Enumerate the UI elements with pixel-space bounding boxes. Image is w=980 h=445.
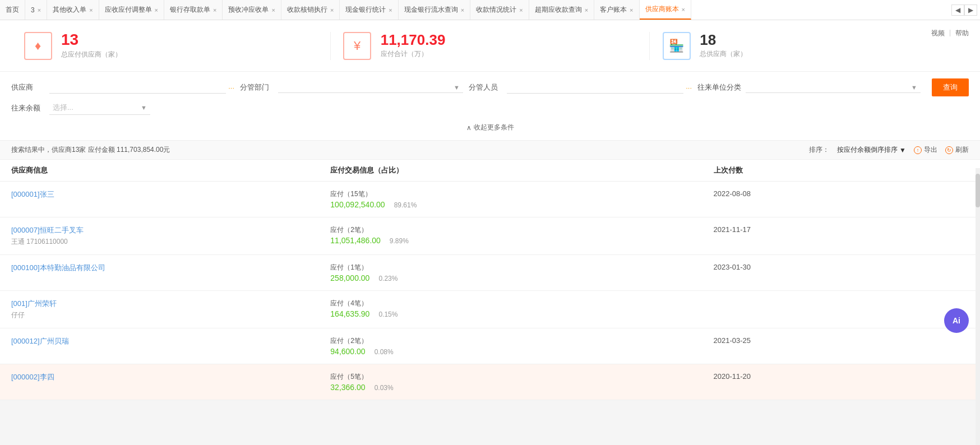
supplier-link-2[interactable]: [000007]恒旺二手叉车 — [11, 226, 84, 234]
nav-tab-ap-adjust[interactable]: 应收应付调整单 × — [99, 0, 164, 20]
filter-person: 分管人员 ··· — [469, 81, 692, 94]
table-row[interactable]: [001]广州荣轩 仔仔 应付（4笔） 164,635.90 0.15% — [0, 291, 980, 328]
nav-tab-home[interactable]: 首页 — [0, 0, 25, 20]
supplier-link-1[interactable]: [000001]张三 — [11, 190, 54, 198]
supplier-link-3[interactable]: [000100]本特勤油品有限公司 — [11, 263, 105, 272]
total-suppliers-label: 总供应商（家） — [700, 49, 747, 59]
nav-tab-advance-collect-close[interactable]: × — [271, 7, 275, 13]
help-link[interactable]: 帮助 — [955, 29, 969, 38]
nav-tab-bank-deposit-label: 银行存取款单 — [170, 5, 210, 15]
nav-tab-customer-account-close[interactable]: × — [630, 7, 633, 13]
sort-value: 按应付余额倒序排序 — [837, 145, 898, 155]
refresh-button[interactable]: ↻ 刷新 — [945, 145, 969, 155]
results-right-controls: 排序： 按应付余额倒序排序 ▼ ↑ 导出 ↻ 刷新 — [809, 145, 969, 155]
collapse-filter-button[interactable]: ∧ 收起更多条件 — [11, 119, 969, 136]
sort-chevron-icon: ▼ — [899, 146, 906, 154]
nav-tab-cash-bank-flow-label: 现金银行流水查询 — [404, 5, 458, 15]
lastpay-date-5: 2021-03-25 — [714, 336, 751, 345]
balance-filter-placeholder: 选择... — [53, 103, 73, 113]
video-link[interactable]: 视频 — [931, 29, 945, 38]
scrollbar-track[interactable] — [976, 168, 980, 400]
nav-arrow-left[interactable]: ◀ — [951, 4, 964, 16]
ai-badge[interactable]: Ai — [944, 308, 969, 333]
lastpay-date-6: 2020-11-20 — [714, 372, 751, 381]
trans-amount-5: 94,600.00 — [330, 347, 365, 356]
nav-tab-overdue-query[interactable]: 超期应收款查询 × — [529, 0, 594, 20]
nav-tab-collect-stat[interactable]: 收款情况统计 × — [470, 0, 529, 20]
balance-filter-select[interactable]: 选择... ▼ — [49, 101, 150, 115]
summary-total-payable-amount: ¥ 11,170.39 应付合计（万） — [331, 26, 650, 66]
store-icon: 🏪 — [661, 30, 692, 61]
total-payable-amount-value: 11,170.39 — [381, 33, 446, 47]
table-row[interactable]: [000001]张三 应付（15笔） 100,092,540.00 89.61%… — [0, 182, 980, 217]
nav-tab-supplier-account[interactable]: 供应商账本 × — [640, 0, 691, 20]
lastpay-6: 2020-11-20 — [714, 372, 969, 381]
supplier-link-4[interactable]: [001]广州荣轩 — [11, 299, 57, 308]
nav-tab-advance-collect[interactable]: 预收冲应收单 × — [223, 0, 281, 20]
nav-tab-ap-adjust-close[interactable]: × — [155, 7, 158, 13]
col-header-transaction: 应付交易信息（占比） — [330, 165, 713, 175]
export-button[interactable]: ↑ 导出 — [914, 145, 937, 155]
filter-row-2: 往来余额 选择... ▼ — [11, 101, 969, 115]
nav-tab-cash-bank-stat-label: 现金银行统计 — [345, 5, 386, 15]
export-icon: ↑ — [914, 146, 922, 154]
nav-tab-overdue-query-close[interactable]: × — [585, 7, 588, 13]
supplier-info-5: [000012]广州贝瑞 — [11, 336, 330, 346]
search-button[interactable]: 查询 — [932, 78, 969, 96]
supplier-filter-dots[interactable]: ··· — [228, 84, 234, 92]
trans-label-1: 应付（15笔） — [330, 190, 371, 198]
person-filter-input[interactable] — [507, 81, 683, 94]
collapse-label: 收起更多条件 — [474, 123, 514, 132]
nav-arrow-right[interactable]: ▶ — [964, 4, 977, 16]
nav-tab-cash-bank-flow[interactable]: 现金银行流水查询 × — [399, 0, 470, 20]
nav-tab-bank-deposit[interactable]: 银行存取款单 × — [164, 0, 223, 20]
supplier-filter-input[interactable] — [49, 81, 226, 94]
nav-tab-t3-close[interactable]: × — [38, 7, 41, 13]
supplier-link-5[interactable]: [000012]广州贝瑞 — [11, 337, 69, 345]
nav-tab-other-income[interactable]: 其他收入单 × — [47, 0, 99, 20]
person-filter-dots[interactable]: ··· — [686, 84, 692, 92]
supplier-sub-2: 王通 17106110000 — [11, 237, 330, 247]
trans-amount-1: 100,092,540.00 — [330, 200, 385, 209]
nav-tab-supplier-account-close[interactable]: × — [682, 6, 685, 13]
collapse-up-icon: ∧ — [466, 124, 471, 132]
nav-tab-cash-bank-stat[interactable]: 现金银行统计 × — [340, 0, 398, 20]
transaction-info-5: 应付（2笔） 94,600.00 0.08% — [330, 336, 713, 356]
trans-pct-5: 0.08% — [375, 348, 394, 356]
summary-bar: ♦ 13 总应付供应商（家） ¥ 11,170.39 应付合计（万） 🏪 18 … — [0, 20, 980, 72]
nav-tab-advance-collect-label: 预收冲应收单 — [228, 5, 269, 15]
table-row[interactable]: [000007]恒旺二手叉车 王通 17106110000 应付（2笔） 11,… — [0, 217, 980, 255]
table-row[interactable]: [000012]广州贝瑞 应付（2笔） 94,600.00 0.08% 2021… — [0, 328, 980, 364]
scrollbar-thumb[interactable] — [976, 174, 980, 207]
trans-amount-6: 32,366.00 — [330, 383, 365, 392]
nav-tab-cash-bank-flow-close[interactable]: × — [461, 7, 464, 13]
supplier-sub-4: 仔仔 — [11, 310, 330, 320]
nav-tab-other-income-close[interactable]: × — [89, 7, 93, 13]
nav-tab-bank-deposit-close[interactable]: × — [213, 7, 216, 13]
nav-tab-collect-stat-close[interactable]: × — [519, 7, 523, 13]
refresh-label: 刷新 — [955, 145, 969, 155]
refresh-icon: ↻ — [945, 146, 953, 154]
summary-total-suppliers: 🏪 18 总供应商（家） — [650, 26, 969, 66]
table-row[interactable]: [000002]李四 应付（5笔） 32,366.00 0.03% 2020-1… — [0, 364, 980, 400]
nav-tab-cash-bank-stat-close[interactable]: × — [389, 7, 392, 13]
supplier-info-6: [000002]李四 — [11, 372, 330, 382]
trans-pct-4: 0.15% — [378, 310, 397, 318]
nav-tab-t3[interactable]: 3 × — [25, 0, 47, 20]
nav-tab-collect-verify[interactable]: 收款核销执行 × — [281, 0, 340, 20]
sort-select[interactable]: 按应付余额倒序排序 ▼ — [837, 145, 906, 155]
total-payable-amount-label: 应付合计（万） — [381, 49, 446, 59]
lastpay-date-1: 2022-08-08 — [714, 189, 751, 198]
dept-filter-select[interactable]: ▼ — [278, 82, 463, 93]
nav-tab-customer-account[interactable]: 客户账本 × — [594, 0, 639, 20]
trans-pct-6: 0.03% — [375, 384, 394, 392]
nav-tab-t3-label: 3 — [31, 6, 35, 14]
nav-tab-collect-verify-close[interactable]: × — [330, 7, 334, 13]
table-row[interactable]: [000100]本特勤油品有限公司 应付（1笔） 258,000.00 0.23… — [0, 255, 980, 291]
nav-tab-collect-verify-label: 收款核销执行 — [287, 5, 327, 15]
top-navigation: 首页 3 × 其他收入单 × 应收应付调整单 × 银行存取款单 × 预收冲应收单… — [0, 0, 980, 20]
supplier-link-6[interactable]: [000002]李四 — [11, 373, 54, 381]
total-suppliers-value: 18 — [700, 33, 747, 47]
category-filter-select[interactable]: ▼ — [746, 82, 921, 93]
transaction-info-4: 应付（4笔） 164,635.90 0.15% — [330, 299, 713, 318]
